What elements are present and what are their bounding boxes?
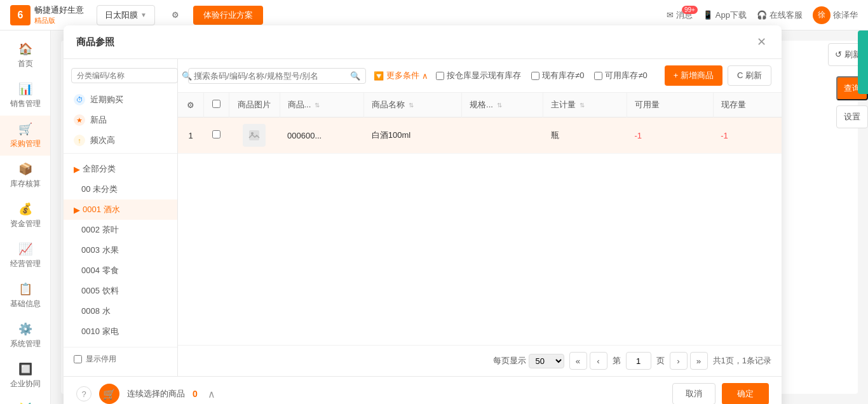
col-settings[interactable]: ⚙ <box>178 93 203 118</box>
dialog-footer: ? 🛒 连续选择的商品 0 ∧ 取消 确定 <box>64 376 782 404</box>
category-search-wrap: 🔍 <box>71 68 192 83</box>
sidebar-item-system[interactable]: ⚙️ 系统管理 <box>0 316 50 356</box>
category-panel: 🔍 《 ⏱ 近期购买 ★ 新品 ↑ 频次高 <box>64 59 178 376</box>
col-spec-header[interactable]: 规格... ⇅ <box>462 93 543 118</box>
svg-point-1 <box>251 132 254 135</box>
sidebar-item-operation[interactable]: 📈 经营管理 <box>0 236 50 276</box>
quick-label-new: 新品 <box>90 114 107 126</box>
disabled-checkbox[interactable] <box>74 355 82 363</box>
prev-page-button[interactable]: ‹ <box>590 352 607 370</box>
category-item-fruit[interactable]: 0003 水果 <box>64 240 177 260</box>
sidebar-item-purchase[interactable]: 🛒 采购管理 <box>0 116 50 156</box>
sidebar-item-finance[interactable]: 💰 资金管理 <box>0 196 50 236</box>
quick-item-new[interactable]: ★ 新品 <box>64 110 177 130</box>
product-search-icon[interactable]: 🔍 <box>350 71 360 81</box>
category-item-beverage[interactable]: 0005 饮料 <box>64 281 177 301</box>
dialog-header: 商品参照 ✕ <box>64 25 782 59</box>
warehouse-checkbox[interactable] <box>436 72 444 80</box>
first-page-button[interactable]: « <box>569 352 587 370</box>
product-image-1 <box>243 124 266 147</box>
col-code-header[interactable]: 商品... ⇅ <box>280 93 364 118</box>
filter-label: 更多条件 <box>386 70 419 81</box>
row-num-1: 1 <box>178 118 203 154</box>
page-suffix: 页 <box>656 355 665 367</box>
stock-checkbox[interactable] <box>531 72 539 80</box>
pagination: 每页显示 10 20 50 100 « ‹ 第 页 › » <box>178 345 782 376</box>
store-name: 日太阳膜 <box>105 10 138 21</box>
filter-checkboxes: 按仓库显示现有库存 现有库存≠0 可用库存≠0 <box>436 70 648 81</box>
add-product-button[interactable]: + 新增商品 <box>665 65 722 86</box>
sidebar-label-basic: 基础信息 <box>10 299 41 309</box>
quick-item-freq[interactable]: ↑ 频次高 <box>64 130 177 151</box>
category-item-all[interactable]: ▶ 全部分类 <box>64 159 177 179</box>
sidebar-item-enterprise[interactable]: 🔲 企业协同 <box>0 356 50 396</box>
category-label-beverage: 0005 饮料 <box>81 285 119 297</box>
selected-text: 连续选择的商品 <box>127 388 185 400</box>
checkbox-available[interactable]: 可用库存≠0 <box>594 70 647 81</box>
sort-unit-icon: ⇅ <box>580 102 585 109</box>
settings-icon[interactable]: ⚙ <box>165 5 186 25</box>
page-number-input[interactable] <box>626 352 651 370</box>
sidebar-item-sales[interactable]: 📊 销售管理 <box>0 76 50 116</box>
refresh-button[interactable]: C 刷新 <box>728 65 771 86</box>
sidebar-label-purchase: 采购管理 <box>10 138 41 149</box>
category-item-appliance[interactable]: 0010 家电 <box>64 321 177 342</box>
selected-count: 0 <box>193 389 198 399</box>
help-button[interactable]: ? <box>76 386 92 401</box>
cart-icon[interactable]: 🛒 <box>99 384 119 404</box>
category-list: ▶ 全部分类 00 未分类 ▶ 0001 酒水 0002 茶叶 0003 水果 <box>64 154 177 347</box>
category-item-snack[interactable]: 0004 零食 <box>64 260 177 281</box>
page-size-select[interactable]: 10 20 50 100 <box>529 354 564 368</box>
message-icon: ✉ <box>667 10 674 20</box>
enterprise-icon: 🔲 <box>18 362 32 376</box>
select-all-checkbox[interactable] <box>212 100 220 108</box>
category-item-alcohol[interactable]: ▶ 0001 酒水 <box>64 199 177 220</box>
message-btn[interactable]: ✉ 消息 99+ <box>667 10 693 21</box>
system-icon: ⚙️ <box>18 322 32 336</box>
checkbox-stock[interactable]: 现有库存≠0 <box>531 70 584 81</box>
trial-button[interactable]: 体验行业方案 <box>193 6 263 25</box>
show-disabled-label: 显示停用 <box>86 354 116 365</box>
sidebar-label-system: 系统管理 <box>10 339 41 349</box>
row-available-1: -1 <box>627 118 713 154</box>
more-filter-button[interactable]: 🔽 更多条件 ∧ <box>374 70 428 81</box>
mobile-icon: 📱 <box>703 10 713 20</box>
available-checkbox[interactable] <box>594 72 602 80</box>
row-checkbox-1[interactable] <box>212 130 220 138</box>
customer-service-btn[interactable]: 🎧 在线客服 <box>757 10 803 21</box>
category-item-unclassified[interactable]: 00 未分类 <box>64 179 177 199</box>
category-item-tea[interactable]: 0002 茶叶 <box>64 220 177 240</box>
user-info[interactable]: 徐 徐泽华 <box>813 6 858 24</box>
app-label: App下载 <box>715 10 747 21</box>
settings-button[interactable]: 设置 <box>836 105 868 128</box>
collapse-footer-button[interactable]: ∧ <box>208 388 215 400</box>
page-size-selector: 每页显示 10 20 50 100 <box>493 354 564 368</box>
sidebar-item-basic[interactable]: 📋 基础信息 <box>0 276 50 316</box>
cancel-button[interactable]: 取消 <box>672 383 715 404</box>
checkbox-warehouse[interactable]: 按仓库显示现有库存 <box>436 70 521 81</box>
category-search-input[interactable] <box>71 68 178 83</box>
row-check-1[interactable] <box>203 118 229 154</box>
app-download-btn[interactable]: 📱 App下载 <box>703 10 747 21</box>
last-page-button[interactable]: » <box>690 352 708 370</box>
dialog-close-button[interactable]: ✕ <box>754 34 769 50</box>
col-available-header[interactable]: 可用量 <box>627 93 713 118</box>
sidebar-item-home[interactable]: 🏠 首页 <box>0 36 50 76</box>
product-search-input[interactable] <box>194 71 346 81</box>
sidebar-label-home: 首页 <box>18 58 33 69</box>
store-selector[interactable]: 日太阳膜 ▼ <box>97 5 155 25</box>
row-name-1: 白酒100ml <box>364 118 462 154</box>
sidebar-item-guide[interactable]: 🔰 新手引导 <box>0 396 50 404</box>
quick-item-recent[interactable]: ⏱ 近期购买 <box>64 90 177 110</box>
category-item-water[interactable]: 0008 水 <box>64 301 177 321</box>
sidebar-item-inventory[interactable]: 📦 库存核算 <box>0 156 50 196</box>
next-page-button[interactable]: › <box>670 352 688 370</box>
col-unit-header[interactable]: 主计量 ⇅ <box>543 93 627 118</box>
col-check <box>203 93 229 118</box>
col-current-header[interactable]: 现存量 <box>713 93 782 118</box>
confirm-button[interactable]: 确定 <box>722 383 769 404</box>
col-name-header[interactable]: 商品名称 ⇅ <box>364 93 462 118</box>
table-row[interactable]: 1 000600... 白酒100ml <box>178 118 782 154</box>
page-navigation: « ‹ 第 页 › » <box>569 352 708 370</box>
show-disabled-checkbox[interactable]: 显示停用 <box>64 347 177 371</box>
